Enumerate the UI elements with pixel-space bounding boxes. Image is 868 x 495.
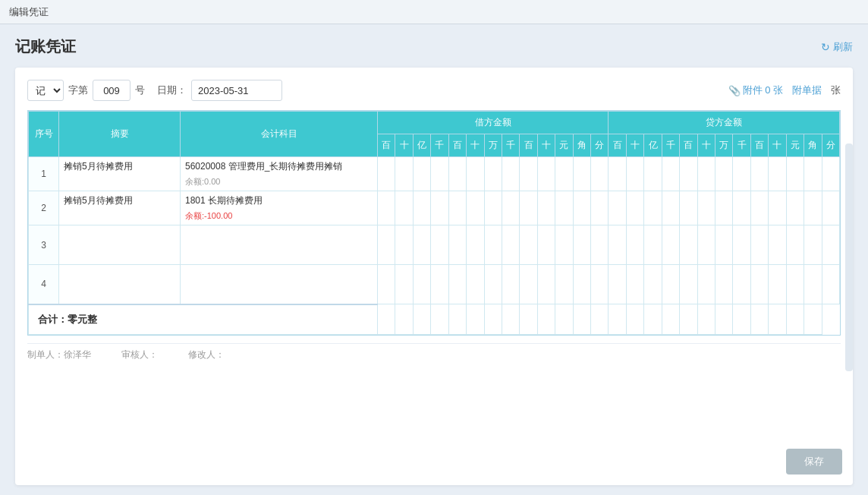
th-d10: 十 <box>537 134 555 157</box>
page-title: 记账凭证 <box>15 36 76 57</box>
row2-d12[interactable] <box>573 191 590 225</box>
row2-c3[interactable] <box>644 191 662 225</box>
row1-d12[interactable] <box>573 157 590 191</box>
row2-d7[interactable] <box>484 191 502 225</box>
row1-d11[interactable] <box>555 157 573 191</box>
row2-c13[interactable] <box>822 191 839 225</box>
row2-summary[interactable]: 摊销5月待摊费用 <box>59 191 181 225</box>
th-d8: 千 <box>502 134 519 157</box>
row3-summary[interactable] <box>59 225 181 265</box>
main-container: 记账凭证 ↻ 刷新 记 字第 号 日期： 📎 附件 <box>0 24 868 495</box>
form-row: 记 字第 号 日期： 📎 附件 0 张 附单据 张 <box>27 80 841 101</box>
voucher-table-wrapper: 序号 摘要 会计科目 借方金额 贷方金额 百 十 亿 千 百 十 万 <box>27 110 841 336</box>
zi-label: 字第 <box>68 84 88 97</box>
row2-d4[interactable] <box>431 191 448 225</box>
row1-c4[interactable] <box>662 157 679 191</box>
row1-c11[interactable] <box>786 157 804 191</box>
th-c4: 千 <box>662 134 679 157</box>
row2-c9[interactable] <box>750 191 768 225</box>
row1-c9[interactable] <box>750 157 768 191</box>
row1-c8[interactable] <box>733 157 750 191</box>
row2-c1[interactable] <box>609 191 626 225</box>
date-input[interactable] <box>191 80 282 101</box>
total-label: 合计：零元整 <box>29 304 378 335</box>
row1-d7[interactable] <box>484 157 502 191</box>
refresh-label: 刷新 <box>833 40 853 54</box>
row1-seq: 1 <box>29 157 59 191</box>
row1-summary[interactable]: 摊销5月待摊费用 <box>59 157 181 191</box>
zi-input[interactable] <box>93 80 131 101</box>
row1-d5[interactable] <box>448 157 466 191</box>
row1-c12[interactable] <box>804 157 822 191</box>
row2-d2[interactable] <box>395 191 413 225</box>
table-row: 2 摊销5月待摊费用 1801 长期待摊费用 余额:-100.00 <box>29 191 840 225</box>
save-button[interactable]: 保存 <box>786 449 842 475</box>
auditor-label: 审核人： <box>121 348 158 361</box>
row1-c2[interactable] <box>626 157 643 191</box>
row1-d13[interactable] <box>591 157 609 191</box>
row2-d10[interactable] <box>537 191 555 225</box>
row2-c2[interactable] <box>626 191 643 225</box>
row3-seq: 3 <box>29 225 59 265</box>
row2-c4[interactable] <box>662 191 679 225</box>
row4-subject[interactable] <box>181 265 378 304</box>
row1-c5[interactable] <box>680 157 697 191</box>
row1-c10[interactable] <box>769 157 786 191</box>
row2-d3[interactable] <box>413 191 430 225</box>
row1-c3[interactable] <box>644 157 662 191</box>
row1-c6[interactable] <box>697 157 715 191</box>
row2-d13[interactable] <box>591 191 609 225</box>
row1-d1[interactable] <box>378 157 395 191</box>
attach-voucher-button[interactable]: 附单据 <box>792 84 822 97</box>
row2-c8[interactable] <box>733 191 750 225</box>
row2-subject[interactable]: 1801 长期待摊费用 余额:-100.00 <box>181 191 378 225</box>
th-d4: 千 <box>431 134 448 157</box>
row1-c1[interactable] <box>609 157 626 191</box>
header-row-1: 序号 摘要 会计科目 借方金额 贷方金额 <box>29 112 840 134</box>
row2-seq: 2 <box>29 191 59 225</box>
row2-c11[interactable] <box>786 191 804 225</box>
row1-c13[interactable] <box>822 157 839 191</box>
row1-d8[interactable] <box>502 157 519 191</box>
row2-d11[interactable] <box>555 191 573 225</box>
row2-d1[interactable] <box>378 191 395 225</box>
date-group: 日期： <box>157 80 282 101</box>
row1-subject[interactable]: 56020008 管理费用_长期待摊费用摊销 余额:0.00 <box>181 157 378 191</box>
attachment-area: 📎 附件 0 张 附单据 张 <box>728 84 841 97</box>
attachment-link[interactable]: 📎 附件 0 张 <box>728 84 783 97</box>
row2-d8[interactable] <box>502 191 519 225</box>
row2-c12[interactable] <box>804 191 822 225</box>
row2-c6[interactable] <box>697 191 715 225</box>
row2-c5[interactable] <box>680 191 697 225</box>
maker-label: 制单人：徐泽华 <box>27 348 91 361</box>
row4-summary[interactable] <box>59 265 181 304</box>
date-label: 日期： <box>157 84 187 97</box>
th-c9: 百 <box>750 134 768 157</box>
th-summary: 摘要 <box>59 112 181 157</box>
refresh-icon: ↻ <box>821 41 830 53</box>
th-c13: 分 <box>822 134 839 157</box>
row2-d5[interactable] <box>448 191 466 225</box>
type-select[interactable]: 记 <box>27 80 64 101</box>
row2-c7[interactable] <box>715 191 733 225</box>
th-c8: 千 <box>733 134 750 157</box>
th-c3: 亿 <box>644 134 662 157</box>
zhang-label: 张 <box>831 84 841 97</box>
row1-d9[interactable] <box>520 157 537 191</box>
row3-subject[interactable] <box>181 225 378 265</box>
refresh-button[interactable]: ↻ 刷新 <box>821 40 853 54</box>
row1-d4[interactable] <box>431 157 448 191</box>
th-c5: 百 <box>680 134 697 157</box>
th-d7: 万 <box>484 134 502 157</box>
row1-d6[interactable] <box>467 157 484 191</box>
row1-c7[interactable] <box>715 157 733 191</box>
row2-d9[interactable] <box>520 191 537 225</box>
row2-d6[interactable] <box>467 191 484 225</box>
row2-c10[interactable] <box>769 191 786 225</box>
th-seq: 序号 <box>29 112 59 157</box>
modifier-label: 修改人： <box>188 348 225 361</box>
row1-d2[interactable] <box>395 157 413 191</box>
th-d9: 百 <box>520 134 537 157</box>
row1-d10[interactable] <box>537 157 555 191</box>
row1-d3[interactable] <box>413 157 430 191</box>
